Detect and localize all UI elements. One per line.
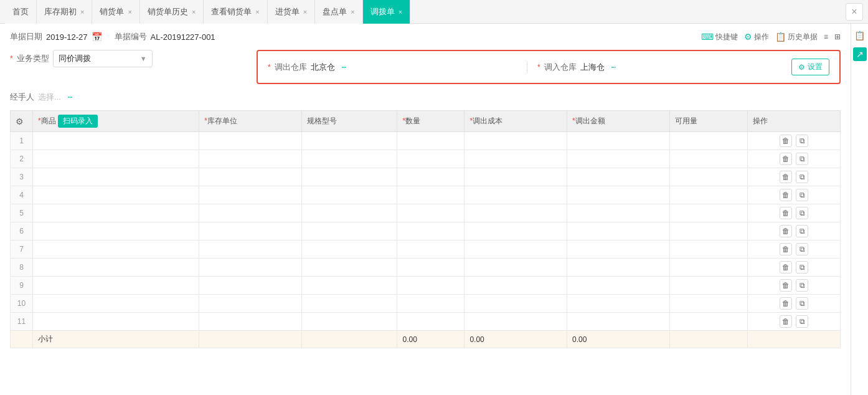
cell-cost-4[interactable] xyxy=(465,186,567,204)
copy-row-7-button[interactable]: ⧉ xyxy=(796,243,808,255)
delete-row-5-button[interactable]: 🗑 xyxy=(780,207,792,219)
cell-spec-4[interactable] xyxy=(301,186,397,204)
cell-unit-5[interactable] xyxy=(199,204,302,222)
cell-qty-7[interactable] xyxy=(397,240,465,259)
cell-unit-4[interactable] xyxy=(199,186,302,204)
delete-row-8-button[interactable]: 🗑 xyxy=(780,261,792,274)
cell-qty-5[interactable] xyxy=(397,204,465,222)
window-close-button[interactable]: × xyxy=(846,3,863,21)
cell-unit-1[interactable] xyxy=(199,132,302,150)
copy-row-4-button[interactable]: ⧉ xyxy=(796,189,808,201)
cell-amount-5[interactable] xyxy=(567,204,670,222)
delete-row-10-button[interactable]: 🗑 xyxy=(780,297,792,310)
copy-row-2-button[interactable]: ⧉ xyxy=(796,153,808,165)
tab-transfer-order[interactable]: 调拨单 × xyxy=(363,0,410,24)
cell-qty-10[interactable] xyxy=(397,295,465,313)
tab-close-inventory-init[interactable]: × xyxy=(80,8,84,16)
delete-row-2-button[interactable]: 🗑 xyxy=(780,153,792,165)
cell-cost-11[interactable] xyxy=(465,313,567,331)
from-warehouse-value[interactable]: 北京仓 xyxy=(311,62,335,73)
copy-row-9-button[interactable]: ⧉ xyxy=(796,279,808,292)
tab-close-purchase-order[interactable]: × xyxy=(303,8,307,16)
delete-row-1-button[interactable]: 🗑 xyxy=(780,135,792,147)
tab-sales-history[interactable]: 销货单历史 × xyxy=(140,0,204,24)
cell-unit-9[interactable] xyxy=(199,277,302,295)
copy-row-3-button[interactable]: ⧉ xyxy=(796,171,808,183)
delete-row-6-button[interactable]: 🗑 xyxy=(780,225,792,237)
cell-unit-7[interactable] xyxy=(199,240,302,259)
cell-unit-6[interactable] xyxy=(199,222,302,240)
cell-qty-11[interactable] xyxy=(397,313,465,331)
cell-unit-3[interactable] xyxy=(199,168,302,186)
cell-qty-9[interactable] xyxy=(397,277,465,295)
history-link[interactable]: 📋 历史单据 xyxy=(775,32,818,42)
tab-home[interactable]: 首页 xyxy=(5,0,37,24)
tab-view-sales[interactable]: 查看销货单 × xyxy=(204,0,267,24)
delete-row-9-button[interactable]: 🗑 xyxy=(780,279,792,292)
cell-spec-9[interactable] xyxy=(301,277,397,295)
cell-goods-10[interactable] xyxy=(33,295,199,313)
person-select[interactable]: 选择... xyxy=(38,92,61,103)
cell-spec-11[interactable] xyxy=(301,313,397,331)
table-settings-gear-icon[interactable]: ⚙ xyxy=(16,117,24,126)
cell-goods-3[interactable] xyxy=(33,168,199,186)
calendar-icon[interactable]: 📅 xyxy=(92,32,102,42)
layout-toggle-grid[interactable]: ⊞ xyxy=(834,32,841,41)
tab-purchase-order[interactable]: 进货单 × xyxy=(268,0,315,24)
cell-cost-6[interactable] xyxy=(465,222,567,240)
cell-goods-1[interactable] xyxy=(33,132,199,150)
cell-amount-8[interactable] xyxy=(567,259,670,277)
cell-goods-2[interactable] xyxy=(33,150,199,168)
cell-unit-8[interactable] xyxy=(199,259,302,277)
cell-unit-10[interactable] xyxy=(199,295,302,313)
copy-row-8-button[interactable]: ⧉ xyxy=(796,261,808,274)
cell-cost-5[interactable] xyxy=(465,204,567,222)
delete-row-4-button[interactable]: 🗑 xyxy=(780,189,792,201)
sidebar-export-button[interactable]: ↗ xyxy=(853,47,867,61)
tab-close-view-sales[interactable]: × xyxy=(255,8,259,16)
cell-goods-9[interactable] xyxy=(33,277,199,295)
tab-close-sales-order[interactable]: × xyxy=(128,8,131,16)
tab-sales-order[interactable]: 销货单 × xyxy=(92,0,139,24)
cell-qty-6[interactable] xyxy=(397,222,465,240)
cell-spec-3[interactable] xyxy=(301,168,397,186)
col-settings[interactable]: ⚙ xyxy=(11,111,33,132)
cell-amount-9[interactable] xyxy=(567,277,670,295)
tab-inventory-init[interactable]: 库存期初 × xyxy=(37,0,92,24)
cell-cost-8[interactable] xyxy=(465,259,567,277)
cell-goods-5[interactable] xyxy=(33,204,199,222)
cell-spec-6[interactable] xyxy=(301,222,397,240)
copy-row-6-button[interactable]: ⧉ xyxy=(796,225,808,237)
cell-cost-3[interactable] xyxy=(465,168,567,186)
cell-amount-7[interactable] xyxy=(567,240,670,259)
operation-link[interactable]: ⚙ 操作 xyxy=(744,32,769,42)
cell-unit-11[interactable] xyxy=(199,313,302,331)
cell-amount-10[interactable] xyxy=(567,295,670,313)
cell-cost-10[interactable] xyxy=(465,295,567,313)
to-warehouse-value[interactable]: 上海仓 xyxy=(580,62,605,73)
person-more-btn[interactable]: ··· xyxy=(67,92,72,103)
warehouse-settings-button[interactable]: ⚙ 设置 xyxy=(791,59,829,75)
layout-toggle-list[interactable]: ≡ xyxy=(824,32,828,41)
cell-goods-8[interactable] xyxy=(33,259,199,277)
business-type-select[interactable]: 同价调拨 ▼ xyxy=(53,50,153,67)
from-warehouse-more-btn[interactable]: ··· xyxy=(341,62,346,73)
cell-goods-7[interactable] xyxy=(33,240,199,259)
cell-amount-3[interactable] xyxy=(567,168,670,186)
cell-cost-9[interactable] xyxy=(465,277,567,295)
cell-spec-1[interactable] xyxy=(301,132,397,150)
copy-row-5-button[interactable]: ⧉ xyxy=(796,207,808,219)
cell-qty-3[interactable] xyxy=(397,168,465,186)
cell-cost-1[interactable] xyxy=(465,132,567,150)
cell-cost-7[interactable] xyxy=(465,240,567,259)
delete-row-11-button[interactable]: 🗑 xyxy=(780,315,792,328)
date-value[interactable]: 2019-12-27 xyxy=(46,32,88,42)
tab-close-sales-history[interactable]: × xyxy=(192,8,196,16)
cell-qty-8[interactable] xyxy=(397,259,465,277)
cell-amount-6[interactable] xyxy=(567,222,670,240)
cell-spec-10[interactable] xyxy=(301,295,397,313)
cell-amount-1[interactable] xyxy=(567,132,670,150)
cell-spec-2[interactable] xyxy=(301,150,397,168)
cell-amount-4[interactable] xyxy=(567,186,670,204)
cell-amount-11[interactable] xyxy=(567,313,670,331)
